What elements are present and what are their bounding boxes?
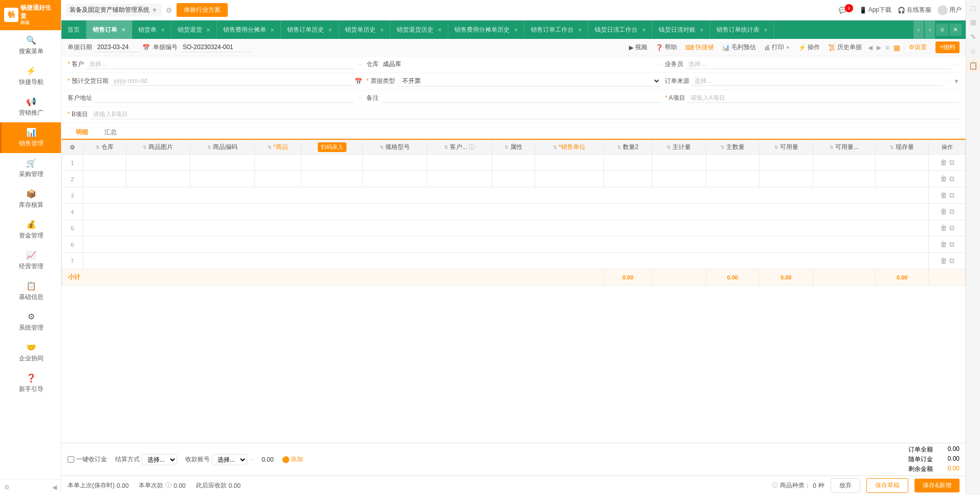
warehouse-more-icon[interactable]: ··· [657,61,661,67]
tab-menu-button[interactable]: ≡ [936,24,948,36]
history-button[interactable]: 📜 历史单据 [826,42,864,53]
tab-sales-bill[interactable]: 销货单 ✕ [132,20,171,39]
industry-plan-button[interactable]: 体验行业方案 [177,3,228,17]
b-project-input[interactable] [90,110,960,119]
row-3-empty[interactable] [83,187,929,204]
rs-icon-3[interactable]: ✎ [967,31,979,43]
sidebar-collapse-icon[interactable]: ◀ [52,484,57,491]
rs-icon-5[interactable]: 📋 [967,59,979,72]
row-2-main-qty[interactable] [706,171,759,187]
customer-address-input[interactable] [94,93,354,103]
row-7-copy-icon[interactable]: ⧉ [949,256,954,265]
tab-daily-workbench-close[interactable]: ✕ [642,27,646,33]
row-2-avail-more[interactable] [813,171,875,187]
row-2-product[interactable] [254,171,301,187]
sidebar-item-purchase[interactable]: 🛒 采购管理 [0,153,61,184]
tab-daily-workbench[interactable]: 钱货日清工作台 ✕ [589,20,652,39]
a-project-input[interactable] [687,93,960,103]
customer-more-icon[interactable]: ··· [358,61,362,67]
notes-input[interactable] [381,93,661,103]
add-payment-button[interactable]: 🟠 添加 [282,455,303,464]
tab-sales-return-history[interactable]: 销货退货历史 ✕ [390,20,448,39]
row-1-main-unit[interactable] [652,155,706,171]
help-button[interactable]: ❓ 帮助 [654,42,679,53]
sidebar-item-operations[interactable]: 📈 经营管理 [0,245,61,276]
tab-fee-history[interactable]: 销售费用分摊单历史 ✕ [448,20,525,39]
row-3-delete-icon[interactable]: 🗑 [940,191,947,200]
detail-tab-mingxi[interactable]: 明细 [68,126,96,140]
row-2-img[interactable] [126,171,190,187]
tab-sales-return[interactable]: 销货退货 ✕ [171,20,217,39]
row-1-avail-more[interactable] [813,155,875,171]
app-download-item[interactable]: 📱 App下载 [859,6,891,14]
sidebar-item-collab[interactable]: 🤝 企业协同 [0,337,61,368]
row-2-unit[interactable] [535,171,604,187]
row-2-delete-icon[interactable]: 🗑 [940,175,947,183]
row-1-copy-icon[interactable]: ⧉ [949,158,954,167]
row-1-spec[interactable] [363,155,427,171]
view-video-button[interactable]: ▶ 视频 [627,42,649,53]
view-switch-grid-icon[interactable]: ▦ [894,44,900,52]
print-dropdown-icon[interactable]: ▼ [786,45,790,50]
save-new-button[interactable]: 保存&新增 [914,479,960,492]
table-settings-icon[interactable]: ⚙ [70,144,75,151]
nav-next-icon[interactable]: ▶ [877,44,881,51]
one-click-checkout-input[interactable] [68,456,74,463]
salesperson-more-icon[interactable]: ··· [955,61,960,67]
row-1-qty2[interactable] [603,155,652,171]
single-no-input[interactable] [180,42,251,52]
row-3-copy-icon[interactable]: ⧉ [949,191,954,200]
shortcut-button[interactable]: ⌨ 快捷键 [683,42,716,53]
profit-forecast-button[interactable]: 📊 毛利预估 [720,42,758,53]
row-1-product[interactable] [254,155,301,171]
expected-date-input[interactable] [111,76,353,86]
row-2-attr[interactable] [492,171,535,187]
one-click-checkout-checkbox[interactable]: 一键收订金 [68,455,107,464]
tab-sales-order-close[interactable]: ✕ [121,27,125,33]
tab-sales-order[interactable]: 销售订单 ✕ [86,20,132,39]
tab-sales-summary-close[interactable]: ✕ [764,27,768,33]
settings-icon[interactable]: ⚙ [166,6,172,14]
row-1-scan[interactable] [301,155,363,171]
sidebar-item-quicknav[interactable]: ⚡ 快捷导航 [0,61,61,92]
row-1-attr[interactable] [492,155,535,171]
row-6-delete-icon[interactable]: 🗑 [940,240,947,249]
set-button[interactable]: ⚙设置 [904,41,931,54]
order-source-input[interactable] [691,76,943,86]
row-6-empty[interactable] [83,236,929,253]
sidebar-item-finance[interactable]: 💰 资金管理 [0,214,61,245]
sidebar-gear-icon[interactable]: ⚙ [4,484,10,491]
order-source-more-icon[interactable]: ··· [947,78,951,84]
row-2-qty2[interactable] [603,171,652,187]
online-service-item[interactable]: 🎧 在线客服 [898,6,931,14]
row-7-empty[interactable] [83,253,929,269]
row-5-delete-icon[interactable]: 🗑 [940,224,947,232]
rs-icon-2[interactable]: ⊞ [967,16,979,29]
invoice-type-select[interactable]: 不开票 增值税普通发票 增值税专用发票 [397,76,661,87]
tab-sales-summary[interactable]: 销售订单统计表 ✕ [710,20,774,39]
order-source-dropdown-icon[interactable]: ▼ [953,78,960,85]
row-4-delete-icon[interactable]: 🗑 [940,207,947,216]
row-2-code[interactable] [190,171,255,187]
chevron-down-icon[interactable]: ▼ [151,7,158,14]
rs-icon-1[interactable]: □ [967,2,979,14]
tab-sales-workbench[interactable]: 销售订单工作台 ✕ [525,20,589,39]
tab-sales-fee-close[interactable]: ✕ [270,27,274,33]
tab-sales-order-history-close[interactable]: ✕ [328,27,332,33]
tab-reconcile-close[interactable]: ✕ [700,27,704,33]
sidebar-item-sales[interactable]: 📊 销售管理 [0,122,61,153]
row-1-avail[interactable] [759,155,813,171]
customer-address-more-icon[interactable]: ··· [358,95,362,101]
tab-sales-return-history-close[interactable]: ✕ [438,27,442,33]
row-1-code[interactable] [190,155,255,171]
print-button[interactable]: 🖨 打印 ▼ [762,42,792,53]
add-material-button[interactable]: +物料 [935,41,960,53]
row-2-current[interactable] [875,171,929,187]
view-switch-list-icon[interactable]: ≡ [885,44,889,52]
row-2-scan[interactable] [301,171,363,187]
sidebar-item-search[interactable]: 🔍 搜索菜单 [0,30,61,61]
tab-sales-order-history[interactable]: 销售订单历史 ✕ [281,20,339,39]
settlement-select[interactable]: 选择... [142,454,177,465]
tab-prev-button[interactable]: ‹ [913,20,924,39]
account-select[interactable]: 选择... [212,454,247,465]
